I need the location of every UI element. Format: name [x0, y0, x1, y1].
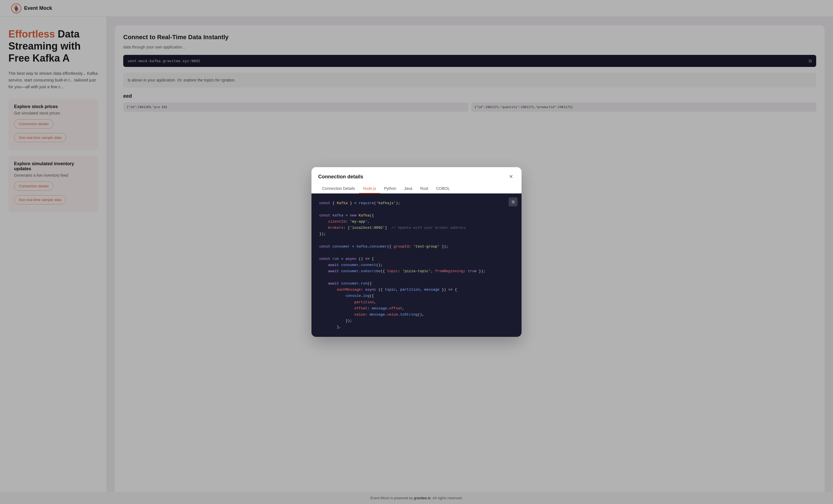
- connection-details-modal: Connection details ✕ Connection Details …: [311, 167, 522, 337]
- modal-header: Connection details ✕: [311, 167, 522, 181]
- modal-overlay[interactable]: Connection details ✕ Connection Details …: [0, 0, 833, 504]
- modal-close-button[interactable]: ✕: [507, 173, 515, 181]
- modal-title: Connection details: [318, 174, 363, 180]
- modal-tabs: Connection Details Node.js Python Java R…: [311, 181, 522, 193]
- modal-code-area: ⧉ const { Kafka } = require('kafkajs'); …: [311, 193, 522, 337]
- tab-rust[interactable]: Rust: [416, 184, 432, 193]
- tab-python[interactable]: Python: [380, 184, 400, 193]
- code-block: const { Kafka } = require('kafkajs'); co…: [319, 200, 514, 330]
- code-copy-button[interactable]: ⧉: [509, 197, 518, 206]
- tab-nodejs[interactable]: Node.js: [359, 184, 380, 193]
- tab-connection-details[interactable]: Connection Details: [318, 184, 359, 193]
- tab-cobol[interactable]: COBOL: [432, 184, 454, 193]
- tab-java[interactable]: Java: [400, 184, 416, 193]
